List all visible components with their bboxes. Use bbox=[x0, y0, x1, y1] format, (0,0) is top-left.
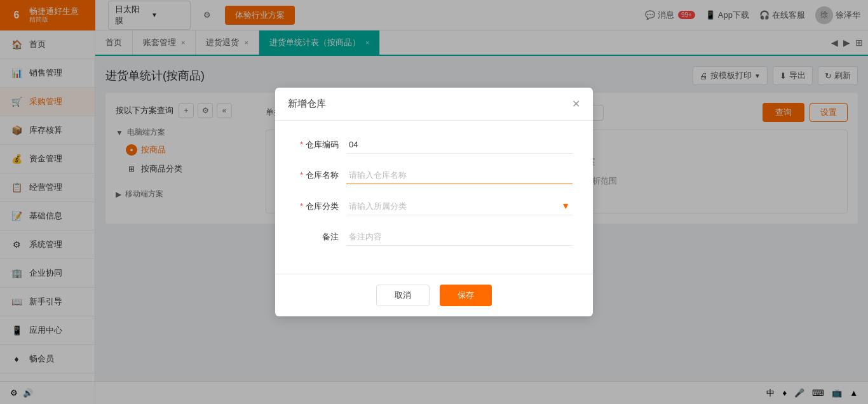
name-label: 仓库名称 bbox=[295, 170, 346, 181]
name-input[interactable] bbox=[346, 166, 573, 184]
remark-input[interactable] bbox=[346, 228, 573, 246]
form-row-code: 仓库编码 bbox=[295, 136, 573, 154]
category-label: 仓库分类 bbox=[295, 201, 346, 212]
code-label: 仓库编码 bbox=[295, 139, 346, 151]
dialog-header: 新增仓库 ✕ bbox=[275, 88, 593, 121]
remark-label: 备注 bbox=[295, 231, 346, 243]
save-button[interactable]: 保存 bbox=[440, 285, 492, 306]
dialog-close-btn[interactable]: ✕ bbox=[572, 98, 580, 110]
category-input[interactable] bbox=[349, 201, 561, 211]
dialog-body: 仓库编码 仓库名称 仓库分类 ▼ 备注 bbox=[275, 121, 593, 274]
dialog-title: 新增仓库 bbox=[288, 98, 326, 110]
form-row-category: 仓库分类 ▼ bbox=[295, 197, 573, 215]
category-select[interactable]: ▼ bbox=[346, 197, 573, 215]
form-row-name: 仓库名称 bbox=[295, 166, 573, 184]
dialog-footer: 取消 保存 bbox=[275, 274, 593, 316]
form-row-remark: 备注 bbox=[295, 228, 573, 246]
modal-overlay[interactable]: 新增仓库 ✕ 仓库编码 仓库名称 仓库分类 ▼ bbox=[0, 0, 868, 404]
code-input[interactable] bbox=[346, 136, 573, 154]
add-warehouse-dialog: 新增仓库 ✕ 仓库编码 仓库名称 仓库分类 ▼ bbox=[275, 88, 593, 316]
cancel-button[interactable]: 取消 bbox=[376, 285, 430, 306]
category-arrow-icon: ▼ bbox=[561, 201, 570, 211]
